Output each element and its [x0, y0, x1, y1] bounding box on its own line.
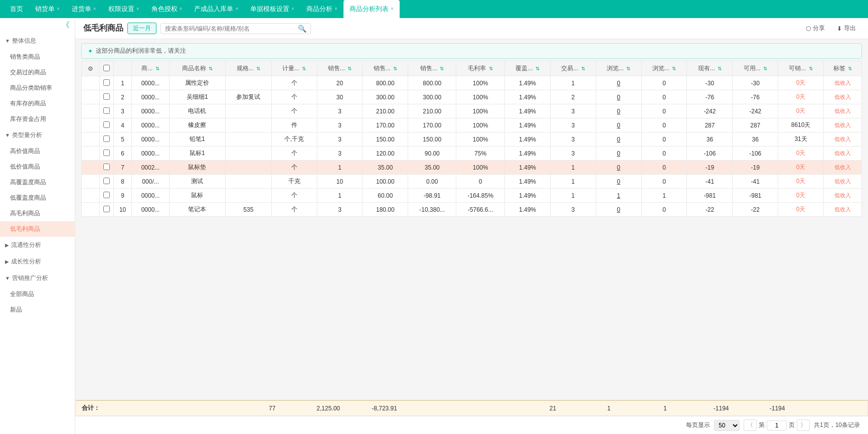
- row-view1[interactable]: 0: [596, 147, 641, 161]
- row-tag[interactable]: 低收入: [824, 203, 862, 217]
- footer-view1: 1: [581, 405, 637, 412]
- row-available-stock: 36: [733, 132, 778, 147]
- sidebar-item-high-value[interactable]: 高价值商品: [0, 143, 75, 159]
- row-checkbox[interactable]: [100, 104, 114, 118]
- row-tag[interactable]: 低收入: [824, 90, 862, 104]
- nav-product-inbound[interactable]: 产成品入库单 ×: [188, 0, 244, 18]
- row-view1[interactable]: 0: [596, 161, 641, 175]
- nav-close-template-settings[interactable]: ×: [291, 0, 294, 18]
- next-page-button[interactable]: 〉: [797, 419, 810, 431]
- sidebar-item-low-margin[interactable]: 低毛利商品: [0, 221, 75, 237]
- th-settings[interactable]: ⚙: [82, 61, 100, 76]
- row-tag[interactable]: 低收入: [824, 189, 862, 203]
- row-tag[interactable]: 低收入: [824, 76, 862, 90]
- sidebar-item-all-goods[interactable]: 全部商品: [0, 286, 75, 302]
- th-name[interactable]: 商品名称 ⇅: [169, 61, 225, 76]
- th-sellable-days[interactable]: 可销... ⇅: [778, 61, 824, 76]
- th-spec[interactable]: 规格... ⇅: [225, 61, 271, 76]
- row-checkbox[interactable]: [100, 90, 114, 104]
- th-gross-margin[interactable]: 毛利率 ⇅: [456, 61, 505, 76]
- page-input[interactable]: [767, 420, 787, 430]
- sidebar-item-high-coverage[interactable]: 高覆盖度商品: [0, 175, 75, 190]
- sidebar-item-sales-goods[interactable]: 销售类商品: [0, 49, 75, 65]
- nav-close-product-inbound[interactable]: ×: [235, 0, 238, 18]
- row-checkbox[interactable]: [100, 175, 114, 189]
- select-all-checkbox[interactable]: [103, 65, 110, 71]
- sidebar-item-traded-goods[interactable]: 交易过的商品: [0, 65, 75, 80]
- sidebar-item-low-value[interactable]: 低价值商品: [0, 159, 75, 175]
- nav-purchase-order[interactable]: 进货单 ×: [66, 0, 102, 18]
- share-button[interactable]: ⬡ 分享: [802, 22, 829, 35]
- row-checkbox[interactable]: [100, 76, 114, 90]
- row-view2: 0: [641, 175, 687, 189]
- row-view1[interactable]: 0: [596, 76, 641, 90]
- row-tag[interactable]: 低收入: [824, 175, 862, 189]
- nav-close-sales-order[interactable]: ×: [57, 0, 60, 18]
- row-sellable-days: 8610天: [778, 118, 824, 132]
- nav-close-purchase-order[interactable]: ×: [93, 0, 96, 18]
- th-code[interactable]: 商... ⇅: [132, 61, 169, 76]
- export-button[interactable]: ⬇ 导出: [833, 22, 860, 35]
- row-tag[interactable]: 低收入: [824, 132, 862, 147]
- nav-close-permission-settings[interactable]: ×: [136, 0, 139, 18]
- nav-template-settings[interactable]: 单据模板设置 ×: [244, 0, 300, 18]
- row-view1[interactable]: 0: [596, 203, 641, 217]
- row-view1[interactable]: 0: [596, 90, 641, 104]
- filter-period-button[interactable]: 近一月: [127, 23, 156, 34]
- sidebar-group-growth[interactable]: ▶ 成长性分析: [0, 253, 75, 270]
- th-view2[interactable]: 浏览... ⇅: [641, 61, 687, 76]
- th-tag[interactable]: 标签 ⇅: [824, 61, 862, 76]
- th-current-stock[interactable]: 现有... ⇅: [687, 61, 733, 76]
- search-input[interactable]: [165, 25, 298, 32]
- sidebar-item-high-margin[interactable]: 高毛利商品: [0, 206, 75, 221]
- nav-home[interactable]: 首页: [4, 0, 29, 18]
- row-view1[interactable]: 0: [596, 104, 641, 118]
- th-sales-amount[interactable]: 销售... ⇅: [363, 61, 408, 76]
- nav-permission-settings[interactable]: 权限设置 ×: [102, 0, 145, 18]
- th-view1[interactable]: 浏览... ⇅: [596, 61, 641, 76]
- row-checkbox[interactable]: [100, 203, 114, 217]
- page-size-select[interactable]: 50 100: [714, 420, 740, 431]
- export-icon: ⬇: [837, 25, 842, 32]
- row-view1[interactable]: 1: [596, 189, 641, 203]
- nav-close-role-auth[interactable]: ×: [180, 0, 183, 18]
- th-available-stock[interactable]: 可用... ⇅: [733, 61, 778, 76]
- row-view1[interactable]: 0: [596, 175, 641, 189]
- sidebar-group-marketing[interactable]: ▼ 营销推广分析: [0, 270, 75, 286]
- nav-close-product-analysis-list[interactable]: ×: [391, 0, 394, 18]
- row-checkbox[interactable]: [100, 118, 114, 132]
- nav-role-auth[interactable]: 角色授权 ×: [145, 0, 189, 18]
- th-unit[interactable]: 计量... ⇅: [271, 61, 317, 76]
- th-sales-qty[interactable]: 销售... ⇅: [317, 61, 363, 76]
- th-transaction[interactable]: 交易... ⇅: [550, 61, 596, 76]
- th-sales-profit[interactable]: 销售... ⇅: [408, 61, 456, 76]
- row-checkbox[interactable]: [100, 132, 114, 147]
- row-checkbox[interactable]: [100, 161, 114, 175]
- sidebar-group-type-analysis[interactable]: ▼ 类型量分析: [0, 127, 75, 143]
- nav-product-analysis-list[interactable]: 商品分析列表 ×: [343, 0, 400, 18]
- sidebar-item-stock-goods[interactable]: 有库存的商品: [0, 96, 75, 111]
- sidebar-item-capital[interactable]: 库存资金占用: [0, 111, 75, 127]
- sidebar-group-circulation[interactable]: ▶ 流通性分析: [0, 237, 75, 253]
- prev-page-button[interactable]: 〈: [744, 419, 757, 431]
- sidebar-item-new-goods[interactable]: 新品: [0, 302, 75, 318]
- sidebar-item-category-rate[interactable]: 商品分类助销率: [0, 80, 75, 96]
- row-tag[interactable]: 低收入: [824, 118, 862, 132]
- nav-close-product-analysis[interactable]: ×: [334, 0, 337, 18]
- nav-product-analysis[interactable]: 商品分析 ×: [300, 0, 343, 18]
- row-view1[interactable]: 0: [596, 118, 641, 132]
- row-tag[interactable]: 低收入: [824, 161, 862, 175]
- row-view1[interactable]: 0: [596, 132, 641, 147]
- search-icon[interactable]: 🔍: [298, 25, 306, 33]
- sidebar-collapse-button[interactable]: 《: [60, 20, 72, 31]
- sidebar-group-overview[interactable]: ▼ 整体信息: [0, 33, 75, 49]
- row-checkbox[interactable]: [100, 147, 114, 161]
- row-sales-qty: 1: [317, 189, 363, 203]
- sidebar-item-low-coverage[interactable]: 低覆盖度商品: [0, 190, 75, 206]
- row-checkbox[interactable]: [100, 189, 114, 203]
- th-coverage[interactable]: 覆盖... ⇅: [505, 61, 551, 76]
- nav-sales-order[interactable]: 销货单 ×: [29, 0, 66, 18]
- row-sellable-days: 0天: [778, 104, 824, 118]
- row-tag[interactable]: 低收入: [824, 104, 862, 118]
- row-tag[interactable]: 低收入: [824, 147, 862, 161]
